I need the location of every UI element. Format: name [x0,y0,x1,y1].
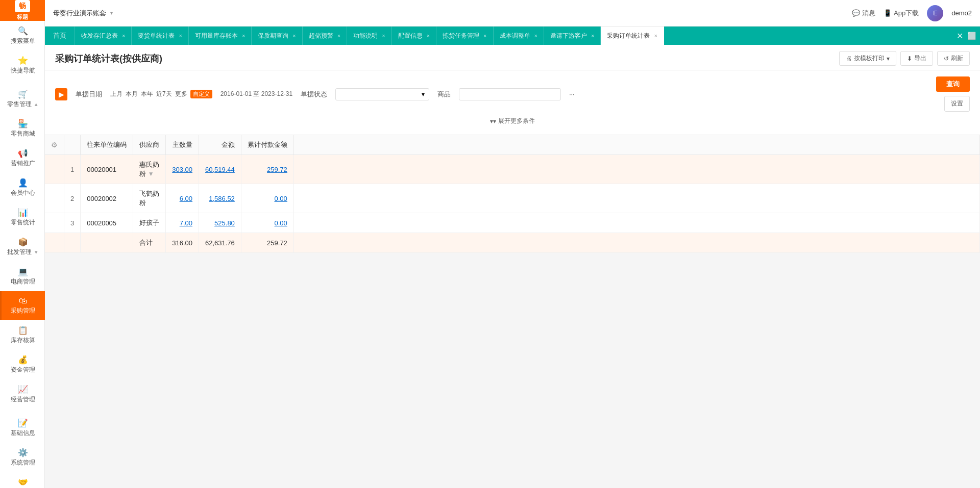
message-icon: 💬 [852,9,860,17]
sidebar-item-label: 零售商城 [11,130,35,137]
sidebar-item-finance[interactable]: 💰 资金管理 [0,350,45,379]
inventory-icon: 📋 [4,325,43,335]
row-num: 2 [64,184,81,213]
sidebar-item-retail-stats[interactable]: 📊 零售统计 [0,202,45,232]
tab-close-all-button[interactable]: ✕ [957,31,963,41]
tab-function-desc-label: 功能说明 [353,32,378,40]
workspace-name[interactable]: 母婴行业演示账套 [53,9,106,18]
sidebar-item-enterprise[interactable]: 🤝 企业协同 [0,472,45,488]
date-shortcut-this-year[interactable]: 本年 [141,90,153,98]
tab-purchase-stats-close[interactable]: × [654,33,657,39]
row-main-qty[interactable]: 7.00 [166,213,199,233]
date-shortcut-this-month[interactable]: 本月 [126,90,138,98]
status-select[interactable]: ▾ [335,88,429,100]
tab-requisition-stats-close[interactable]: × [179,33,182,39]
sidebar-item-label: 营销推广 [11,160,35,167]
sidebar-item-label: 快捷导航 [11,67,35,74]
tab-available-inventory-close[interactable]: × [242,33,245,39]
tab-purchase-stats[interactable]: 采购订单统计表 × [601,27,664,45]
table-row: 3 00020005 好孩子 7.00 525.80 0.00 [45,213,980,233]
print-button[interactable]: 🖨 按模板打印 ▾ [839,51,896,66]
tab-picking-task-close[interactable]: × [483,33,486,39]
tab-invite-downstream-close[interactable]: × [591,33,594,39]
sidebar-item-member[interactable]: 👤 会员中心 [0,173,45,202]
row-paid-amount[interactable]: 259.72 [241,155,293,184]
sidebar-item-marketing[interactable]: 📢 营销推广 [0,143,45,173]
sidebar-item-system[interactable]: ⚙️ 系统管理 [0,443,45,472]
tab-available-inventory[interactable]: 可用量库存账本 × [189,27,252,45]
tab-receive-summary-close[interactable]: × [122,33,125,39]
tab-requisition-stats[interactable]: 要货单统计表 × [132,27,188,45]
tab-picking-task[interactable]: 拣货任务管理 × [436,27,493,45]
goods-more-button[interactable]: ··· [569,91,574,98]
tab-overstock-warning[interactable]: 超储预警 × [303,27,347,45]
row-supplier: 惠氏奶粉 ▼ [133,155,166,184]
top-nav-left: 母婴行业演示账套 ▾ [53,9,113,18]
sidebar-item-label: 采购管理 [11,307,35,314]
tab-config-info-label: 配置信息 [398,32,423,40]
tab-expiry-query-close[interactable]: × [292,33,296,39]
sidebar-item-operation[interactable]: 📈 经营管理 [0,379,45,409]
enterprise-icon: 🤝 [4,477,43,487]
date-shortcut-more[interactable]: 更多 [175,90,187,98]
filter-expand-button[interactable]: ▶ [55,88,67,100]
app-download-button[interactable]: 📱 App下载 [884,9,919,18]
sidebar-item-ecommerce[interactable]: 💻 电商管理 [0,262,45,291]
tab-expiry-query[interactable]: 保质期查询 × [252,27,302,45]
footer-empty-settings [45,233,64,253]
footer-main-qty: 316.00 [166,233,199,253]
row-amount[interactable]: 60,519.44 [199,155,241,184]
finance-icon: 💰 [4,355,43,365]
tab-function-desc-close[interactable]: × [382,33,385,39]
sidebar-item-label: 批发管理 [7,248,32,255]
sidebar-item-wholesale[interactable]: 📦 批发管理 ▼ [0,232,45,262]
query-button[interactable]: 查询 [936,76,970,92]
row-amount[interactable]: 525.80 [199,213,241,233]
sidebar-item-retail[interactable]: 🛒 零售管理 ▲ [0,84,45,114]
tab-function-desc[interactable]: 功能说明 × [347,27,391,45]
tab-cost-adjust[interactable]: 成本调整单 × [494,27,544,45]
row-paid-amount[interactable]: 0.00 [241,213,293,233]
sidebar-item-search[interactable]: 🔍 搜索菜单 [0,21,45,50]
row-code: 00020002 [81,184,133,213]
avatar[interactable]: E [927,5,943,21]
footer-amount: 62,631.76 [199,233,241,253]
date-shortcut-last-month[interactable]: 上月 [110,90,122,98]
row-main-qty[interactable]: 303.00 [166,155,199,184]
refresh-button[interactable]: ↺ 刷新 [937,51,970,66]
workspace-arrow[interactable]: ▾ [110,10,113,16]
row-paid-amount[interactable]: 0.00 [241,184,293,213]
sidebar-item-purchase[interactable]: 🛍 采购管理 [0,291,45,320]
message-button[interactable]: 💬 消息 [852,9,875,18]
sidebar-item-quick-nav[interactable]: ⭐ 快捷导航 [0,50,45,80]
row-main-qty[interactable]: 6.00 [166,184,199,213]
expand-down-icon: ▾▾ [490,118,496,125]
table-row: 1 00020001 惠氏奶粉 ▼ 303.00 60,519.44 259.7… [45,155,980,184]
sidebar-item-retail-mall[interactable]: 🏪 零售商城 [0,114,45,143]
export-button[interactable]: ⬇ 导出 [900,51,933,66]
date-custom-tag[interactable]: 自定义 [190,90,212,98]
tab-receive-summary[interactable]: 收发存汇总表 × [75,27,132,45]
setting-button[interactable]: 设置 [944,96,970,112]
tab-overstock-warning-close[interactable]: × [337,33,340,39]
username-label[interactable]: demo2 [951,9,972,17]
sidebar-item-label: 会员中心 [11,189,35,196]
row-amount[interactable]: 1,586.52 [199,184,241,213]
sidebar-item-basic[interactable]: 📝 基础信息 [0,413,45,443]
date-shortcuts: 上月 本月 本年 近7天 更多 自定义 [110,90,212,98]
goods-search-input[interactable] [459,88,561,100]
member-icon: 👤 [4,178,43,188]
mall-icon: 🏪 [4,119,43,129]
tab-config-info-close[interactable]: × [427,33,430,39]
expand-more-conditions[interactable]: ▾▾ 展开更多条件 [55,114,970,129]
tab-home[interactable]: 首页 [45,27,75,45]
sidebar-item-inventory[interactable]: 📋 库存核算 [0,320,45,350]
date-shortcut-7days[interactable]: 近7天 [156,90,172,98]
main-area: 母婴行业演示账套 ▾ 💬 消息 📱 App下载 E demo2 首页 收发存汇总… [45,0,980,488]
tab-invite-downstream[interactable]: 邀请下游客户 × [544,27,601,45]
tab-cost-adjust-close[interactable]: × [534,33,537,39]
tab-config-info[interactable]: 配置信息 × [392,27,436,45]
tab-maximize-button[interactable]: ⬜ [967,32,976,40]
row-checkbox-cell [45,213,64,233]
table-settings-icon[interactable]: ⚙ [51,141,58,149]
